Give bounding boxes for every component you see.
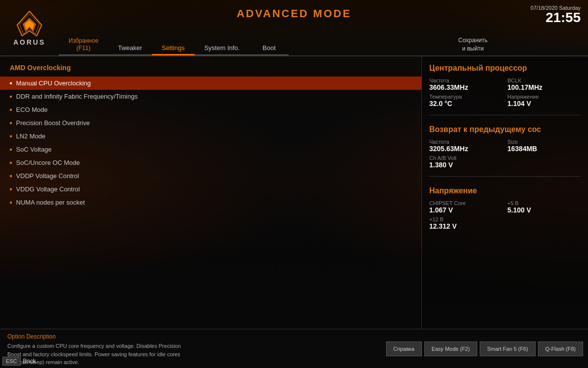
logo-text: AORUS [13, 38, 46, 46]
cpu-volt-value: 1.104 V [508, 100, 581, 107]
header: AORUS ADVANCED MODE 07/18/2020 Saturday … [0, 0, 588, 56]
voltage-section-title: Напряжение [429, 186, 581, 195]
plus12-value: 12.312 V [429, 222, 581, 230]
mem-freq-label: Частота [429, 139, 503, 145]
aorus-logo-icon [15, 10, 44, 37]
menu-item-numa[interactable]: NUMA nodes per socket [0, 196, 421, 209]
mem-volt-label: Ch A/B Volt [429, 155, 581, 161]
memory-info-grid: Частота 3205.63MHz Size 16384MB Ch A/B V… [429, 139, 581, 169]
tab-sysinfo[interactable]: System Info. [195, 40, 249, 55]
plus12-label: +12 В [429, 216, 581, 222]
main-content: AMD Overclocking Manual CPU Overclocking… [0, 56, 588, 329]
back-label: Back [23, 358, 36, 365]
tab-boot[interactable]: Boot [249, 40, 289, 55]
help-button[interactable]: Справка [386, 342, 422, 356]
smartfan-button[interactable]: Smart Fan 5 (F6) [480, 342, 536, 356]
mem-volt-value: 1.380 V [429, 161, 581, 169]
cpu-temp-value: 32.0 °C [429, 100, 503, 107]
easymode-button[interactable]: Easy Mode (F2) [424, 342, 477, 356]
tab-favorites[interactable]: Избранное (F11) [59, 33, 108, 55]
menu-item-vddp[interactable]: VDDP Voltage Control [0, 169, 421, 183]
memory-info-section: Возврат к предыдущему сос Частота 3205.6… [429, 125, 581, 177]
menu-item-ln2[interactable]: LN2 Mode [0, 130, 421, 143]
left-panel: AMD Overclocking Manual CPU Overclocking… [0, 56, 421, 329]
plus5-value: 5.100 V [508, 206, 581, 214]
nav-save-button[interactable]: Сохранить и выйти [458, 36, 490, 53]
cpu-section-title: Центральный процессор [429, 64, 581, 73]
mem-size-label: Size [508, 139, 581, 145]
menu-item-eco[interactable]: ECO Mode [0, 103, 421, 116]
voltage-info-section: Напряжение CHIPSET Core 1.067 V +5 В 5.1… [429, 186, 581, 237]
nav-tabs: Избранное (F11) Tweaker Settings System … [59, 28, 490, 55]
cpu-bclk-value: 100.17MHz [508, 83, 581, 91]
menu-item-precision-boost[interactable]: Precision Boost Overdrive [0, 116, 421, 130]
cpu-temp-label: Температура [429, 94, 503, 100]
tab-settings[interactable]: Settings [152, 40, 195, 55]
memory-section-title: Возврат к предыдущему сос [429, 125, 581, 134]
clock-time: 21:55 [531, 11, 581, 25]
menu-item-soc-uncore[interactable]: SoC/Uncore OC Mode [0, 156, 421, 169]
right-panel: Центральный процессор Частота 3606.33MHz… [421, 56, 588, 329]
page-title: ADVANCED MODE [237, 7, 351, 20]
qflash-button[interactable]: Q-Flash (F8) [538, 342, 583, 356]
option-desc-title: Option Description [7, 333, 374, 340]
cpu-info-section: Центральный процессор Частота 3606.33MHz… [429, 64, 581, 115]
menu-item-soc-voltage[interactable]: SoC Voltage [0, 143, 421, 156]
mem-size-value: 16384MB [508, 145, 581, 153]
esc-key: ESC [2, 357, 21, 366]
tab-tweaker[interactable]: Tweaker [108, 40, 152, 55]
option-desc-text: Configure a custom CPU core frequency an… [7, 342, 374, 367]
cpu-info-grid: Частота 3606.33MHz BCLK 100.17MHz Темпер… [429, 78, 581, 107]
cpu-volt-label: Напряжение [508, 94, 581, 100]
esc-back[interactable]: ESC Back [2, 357, 36, 366]
voltage-info-grid: CHIPSET Core 1.067 V +5 В 5.100 V +12 В … [429, 200, 581, 230]
logo-area: AORUS [5, 5, 54, 52]
mem-freq-value: 3205.63MHz [429, 145, 503, 153]
option-description: Option Description Configure a custom CP… [0, 329, 381, 368]
cpu-bclk-label: BCLK [508, 78, 581, 83]
clock-area: 07/18/2020 Saturday 21:55 [531, 5, 581, 25]
menu-item-vddg[interactable]: VDDG Voltage Control [0, 183, 421, 196]
plus5-label: +5 В [508, 200, 581, 206]
chipset-value: 1.067 V [429, 206, 503, 214]
bottom-buttons: Справка Easy Mode (F2) Smart Fan 5 (F6) … [381, 329, 588, 368]
bottom-bar: Option Description Configure a custom CP… [0, 329, 588, 368]
menu-item-ddr[interactable]: DDR and Infinity Fabric Frequency/Timing… [0, 90, 421, 103]
section-title: AMD Overclocking [0, 64, 421, 77]
menu-item-manual-cpu[interactable]: Manual CPU Overclocking [0, 77, 421, 90]
cpu-freq-label: Частота [429, 78, 503, 83]
cpu-freq-value: 3606.33MHz [429, 83, 503, 91]
chipset-label: CHIPSET Core [429, 200, 503, 206]
